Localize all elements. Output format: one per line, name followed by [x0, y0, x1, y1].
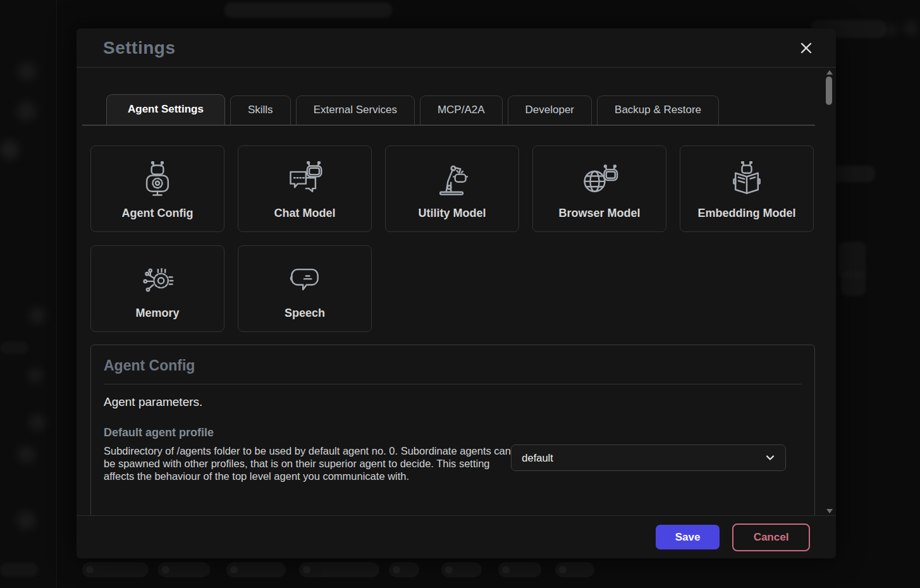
card-chat-model[interactable]: Chat Model [238, 145, 372, 232]
dimmed-background-shape [0, 140, 19, 159]
card-browser-model[interactable]: Browser Model [532, 145, 666, 232]
dimmed-background-shape [830, 166, 875, 182]
tab-developer[interactable]: Developer [508, 95, 592, 125]
chevron-down-icon [765, 453, 775, 463]
tab-external-services[interactable]: External Services [296, 95, 415, 125]
card-label: Memory [135, 307, 179, 320]
dimmed-background-shape [16, 101, 37, 121]
dimmed-background-shape [885, 24, 897, 35]
settings-modal: Settings Agent Settings Skills External … [77, 28, 836, 558]
field-help-text: Subdirectory of /agents folder to be use… [104, 444, 511, 482]
card-label: Agent Config [122, 207, 193, 220]
dimmed-background-shape [18, 62, 37, 81]
dimmed-toolbar-pill [498, 562, 541, 577]
settings-tabs: Agent Settings Skills External Services … [106, 94, 836, 125]
dimmed-background-shape [16, 511, 35, 530]
dimmed-background-shape [224, 3, 392, 18]
modal-footer: Save Cancel [77, 515, 836, 558]
dimmed-background-shape [18, 446, 35, 463]
tab-skills[interactable]: Skills [230, 95, 291, 125]
dimmed-background-shape [0, 563, 38, 577]
save-button[interactable]: Save [656, 525, 720, 549]
scroll-down-arrow-icon[interactable] [826, 509, 833, 513]
dimmed-toolbar-pill [158, 562, 210, 577]
agent-config-section: Agent Config Agent parameters. Default a… [90, 345, 815, 515]
card-label: Utility Model [419, 207, 486, 220]
card-utility-model[interactable]: Utility Model [385, 145, 519, 232]
robot-chat-icon [286, 161, 324, 199]
speech-bubble-icon [286, 261, 324, 299]
card-label: Embedding Model [698, 207, 796, 220]
card-label: Speech [285, 307, 325, 320]
dimmed-background-shape [0, 341, 28, 354]
section-divider [104, 384, 802, 384]
card-speech[interactable]: Speech [238, 245, 372, 332]
tab-agent-settings[interactable]: Agent Settings [106, 94, 225, 125]
select-value: default [522, 452, 553, 464]
robot-arm-icon [433, 161, 471, 199]
modal-scrollbar[interactable] [825, 68, 834, 515]
cancel-button[interactable]: Cancel [732, 524, 810, 551]
close-button[interactable] [795, 37, 817, 59]
field-label-default-agent-profile: Default agent profile [104, 426, 802, 439]
card-label: Chat Model [274, 207, 336, 220]
dimmed-background-shape [29, 307, 46, 324]
dimmed-left-sidebar [0, 0, 57, 588]
robot-book-icon [728, 161, 766, 199]
modal-header: Settings [77, 28, 836, 68]
card-label: Browser Model [558, 207, 640, 220]
close-icon [800, 42, 813, 54]
tab-mcp-a2a[interactable]: MCP/A2A [420, 95, 503, 125]
settings-card-grid: Agent Config Chat Model [90, 145, 815, 332]
tab-backup-restore[interactable]: Backup & Restore [597, 95, 719, 125]
robot-globe-icon [580, 161, 618, 199]
dimmed-toolbar-pill [82, 562, 149, 577]
dimmed-background-shape [29, 414, 46, 431]
dimmed-toolbar-pill [441, 562, 482, 577]
scrollbar-thumb[interactable] [826, 77, 832, 105]
dimmed-background-shape [28, 368, 43, 383]
tab-underline [82, 125, 815, 126]
dimmed-toolbar-pill [389, 562, 419, 577]
section-description: Agent parameters. [104, 395, 802, 409]
default-agent-profile-select[interactable]: default [511, 444, 786, 471]
modal-title: Settings [103, 38, 175, 58]
dimmed-background-shape [904, 21, 918, 35]
card-embedding-model[interactable]: Embedding Model [680, 145, 814, 232]
dimmed-toolbar-pill [226, 562, 286, 577]
dimmed-background-shape [841, 271, 866, 296]
field-row: Subdirectory of /agents folder to be use… [104, 444, 802, 482]
dimmed-toolbar-pill [299, 562, 379, 577]
scroll-up-arrow-icon[interactable] [826, 70, 833, 75]
card-agent-config[interactable]: Agent Config [90, 145, 224, 232]
section-title: Agent Config [104, 357, 802, 374]
modal-body: Agent Settings Skills External Services … [77, 68, 836, 515]
dimmed-toolbar-pill [555, 562, 594, 577]
robot-gear-icon [138, 161, 176, 199]
card-memory[interactable]: Memory [90, 245, 224, 332]
circuit-gear-icon [138, 261, 176, 299]
